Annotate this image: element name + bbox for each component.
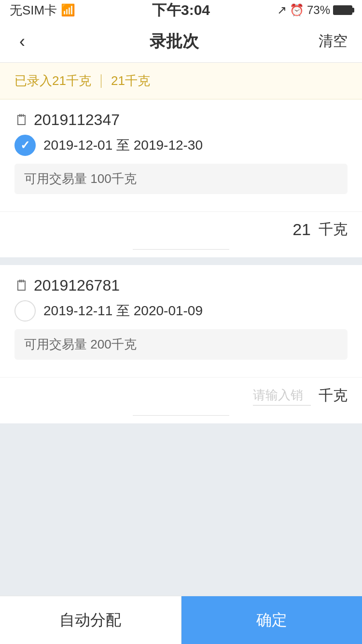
alarm-icon: ⏰ xyxy=(290,3,304,17)
batch-available-2: 可用交易量 200千克 xyxy=(14,329,348,360)
batch-item-2-content: 🗒 2019126781 2019-12-11 至 2020-01-09 可用交… xyxy=(0,265,362,377)
auto-distribute-button[interactable]: 自动分配 xyxy=(0,596,181,644)
batch-id-text-2: 2019126781 xyxy=(34,277,120,294)
batch-id-row-2: 🗒 2019126781 xyxy=(14,277,348,294)
batch-date-1: 2019-12-01 至 2019-12-30 xyxy=(43,136,203,154)
info-bar: 已录入21千克 21千克 xyxy=(0,63,362,99)
batch-date-row-1: 2019-12-01 至 2019-12-30 xyxy=(14,135,348,156)
wifi-icon: 📶 xyxy=(61,3,75,17)
back-button[interactable]: ‹ xyxy=(14,27,30,56)
batch-checkbox-2[interactable] xyxy=(14,300,36,322)
batch-date-row-2: 2019-12-11 至 2020-01-09 xyxy=(14,300,348,322)
quantity-unit-1: 千克 xyxy=(319,220,348,239)
separator-2 xyxy=(133,415,229,416)
main-content: 🗒 2019112347 2019-12-01 至 2019-12-30 可用交… xyxy=(0,99,362,644)
confirm-button[interactable]: 确定 xyxy=(181,596,362,644)
empty-area xyxy=(0,423,362,616)
battery-icon xyxy=(333,5,352,15)
page-title: 录批次 xyxy=(150,30,199,53)
batch-item-2: 🗒 2019126781 2019-12-11 至 2020-01-09 可用交… xyxy=(0,265,362,423)
quantity-input-2[interactable] xyxy=(253,385,311,406)
separator-1 xyxy=(133,249,229,250)
quantity-unit-2: 千克 xyxy=(319,386,348,406)
clear-button[interactable]: 清空 xyxy=(319,31,348,51)
batch-id-row-1: 🗒 2019112347 xyxy=(14,111,348,129)
nav-bar: ‹ 录批次 清空 xyxy=(0,20,362,63)
status-right: ↗ ⏰ 73% xyxy=(277,3,352,17)
carrier-text: 无SIM卡 xyxy=(10,2,57,19)
location-icon: ↗ xyxy=(277,3,287,17)
quantity-value-1: 21 xyxy=(292,220,311,239)
status-left: 无SIM卡 📶 xyxy=(10,2,75,19)
batch-checkbox-1[interactable] xyxy=(14,135,36,156)
info-label: 已录入21千克 xyxy=(14,72,91,89)
status-time: 下午3:04 xyxy=(152,0,210,20)
quantity-row-2: 千克 xyxy=(0,377,362,415)
batch-available-1: 可用交易量 100千克 xyxy=(14,164,348,194)
bottom-bar: 自动分配 确定 xyxy=(0,596,362,644)
status-bar: 无SIM卡 📶 下午3:04 ↗ ⏰ 73% xyxy=(0,0,362,20)
batch-doc-icon-2: 🗒 xyxy=(14,278,29,294)
section-divider xyxy=(0,257,362,265)
batch-date-2: 2019-12-11 至 2020-01-09 xyxy=(43,302,203,320)
battery-percentage: 73% xyxy=(307,3,330,17)
batch-doc-icon-1: 🗒 xyxy=(14,112,29,128)
info-value: 21千克 xyxy=(111,72,150,89)
batch-item-1: 🗒 2019112347 2019-12-01 至 2019-12-30 可用交… xyxy=(0,99,362,257)
batch-id-text-1: 2019112347 xyxy=(34,111,120,129)
quantity-row-1: 21 千克 xyxy=(0,211,362,249)
info-divider xyxy=(101,74,101,88)
batch-item-1-content: 🗒 2019112347 2019-12-01 至 2019-12-30 可用交… xyxy=(0,99,362,211)
